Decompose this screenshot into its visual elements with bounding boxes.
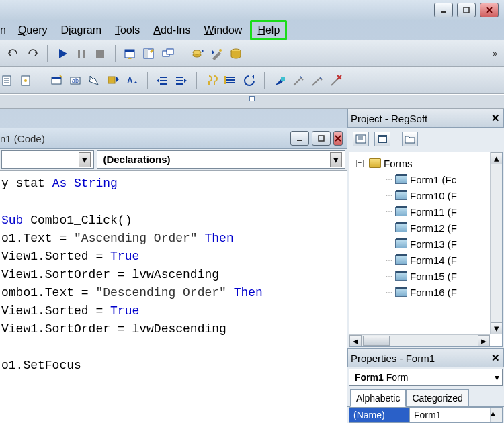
tree-scrollbar-h[interactable]: ◂ ▸ xyxy=(349,334,490,346)
tree-folder-label: Forms xyxy=(384,158,413,169)
scroll-up-icon[interactable]: ▴ xyxy=(491,408,502,418)
collapse-icon[interactable]: − xyxy=(356,160,364,167)
scroll-left-icon[interactable]: ◂ xyxy=(349,335,362,347)
menu-addins[interactable]: Add-Ins xyxy=(148,22,196,38)
menu-query[interactable]: Query xyxy=(13,22,53,38)
tree-item[interactable]: ⋯Form11 (F xyxy=(351,203,501,220)
menu-help[interactable]: Help xyxy=(250,20,287,40)
object-browser-button[interactable] xyxy=(190,46,206,62)
close-button[interactable] xyxy=(480,3,499,17)
increase-indent-button[interactable] xyxy=(155,73,171,89)
code-line[interactable]: View1.Sorted = True xyxy=(1,248,347,266)
code-line[interactable]: o1.SetFocus xyxy=(1,357,347,375)
view-object-button[interactable] xyxy=(374,132,390,146)
toggle-breakpoint-button[interactable] xyxy=(204,73,220,89)
comment-button[interactable] xyxy=(222,73,239,89)
pause-button[interactable] xyxy=(73,46,89,62)
undo-button[interactable] xyxy=(5,46,22,62)
menu-tools[interactable]: Tools xyxy=(110,22,145,38)
run-button[interactable] xyxy=(54,46,71,62)
tab-categorized[interactable]: Categorized xyxy=(406,389,469,407)
tree-item[interactable]: ⋯Form13 (F xyxy=(351,236,501,252)
indent-button[interactable] xyxy=(106,73,122,89)
code-line[interactable]: View1.SortOrder = lvwAscending xyxy=(1,266,347,284)
view-code-button[interactable] xyxy=(353,132,369,146)
tree-item-label: Form10 (F xyxy=(410,190,457,201)
svg-point-14 xyxy=(193,50,201,54)
toolbar-standard: » xyxy=(0,40,504,67)
tab-alphabetic[interactable]: Alphabetic xyxy=(350,389,406,407)
list-constants-button[interactable] xyxy=(19,73,35,89)
decrease-indent-button[interactable] xyxy=(173,73,190,89)
property-value-cell[interactable]: Form1 xyxy=(410,408,490,422)
scroll-down-icon[interactable]: ▾ xyxy=(491,322,503,334)
menu-diagram[interactable]: Diagram xyxy=(55,22,106,38)
code-close-button[interactable] xyxy=(333,131,343,146)
dropdown-icon: ▾ xyxy=(495,372,499,383)
property-name-cell[interactable]: (Name) xyxy=(349,408,410,422)
code-line[interactable]: o1.Text = "Ascending Order" Then xyxy=(1,230,347,248)
tree-item[interactable]: ⋯Form16 (F xyxy=(351,284,501,300)
tree-folder[interactable]: −Forms xyxy=(351,155,501,171)
code-line[interactable]: y stat As String xyxy=(1,175,347,193)
svg-rect-10 xyxy=(144,49,148,58)
svg-text:A: A xyxy=(127,76,133,85)
toolbox-button[interactable] xyxy=(209,46,225,62)
scroll-thumb[interactable] xyxy=(363,336,390,346)
list-properties-button[interactable] xyxy=(0,73,16,89)
menu-partial[interactable]: n xyxy=(0,22,10,38)
code-line[interactable]: Sub Combo1_Click() xyxy=(1,211,347,230)
code-maximize-button[interactable] xyxy=(312,131,331,146)
properties-scrollbar[interactable]: ▴ xyxy=(490,408,502,422)
redo-button[interactable] xyxy=(24,46,40,62)
tree-item[interactable]: ⋯Form1 (Fc xyxy=(351,171,501,187)
complete-word-button[interactable] xyxy=(87,73,103,89)
quick-info-button[interactable] xyxy=(49,73,65,89)
tree-item-label: Form15 (F xyxy=(410,271,457,282)
bookmark-button[interactable] xyxy=(271,73,288,89)
svg-rect-8 xyxy=(125,50,134,52)
properties-object-name: Form1 xyxy=(355,372,384,383)
tree-item[interactable]: ⋯Form15 (F xyxy=(351,268,501,284)
project-tree[interactable]: −Forms⋯Form1 (Fc⋯Form10 (F⋯Form11 (F⋯For… xyxy=(349,152,503,347)
properties-tabstrip: Alphabetic Categorized xyxy=(347,387,504,407)
prev-bookmark-button[interactable] xyxy=(309,73,325,89)
tree-scrollbar-v[interactable]: ▴ ▾ xyxy=(490,152,502,334)
next-bookmark-button[interactable] xyxy=(290,73,306,89)
properties-object-combo[interactable]: Form1 Form ▾ xyxy=(349,369,503,386)
project-panel-close-icon[interactable]: ✕ xyxy=(490,112,501,124)
code-line[interactable] xyxy=(1,338,347,357)
resize-handle[interactable] xyxy=(249,96,255,101)
scroll-right-icon[interactable]: ▸ xyxy=(478,335,490,347)
outdent-button[interactable]: A xyxy=(124,73,140,89)
toggle-folders-button[interactable] xyxy=(402,132,418,146)
minimize-button[interactable] xyxy=(434,3,453,17)
form-layout-button[interactable] xyxy=(160,46,176,62)
code-line[interactable]: ombo1.Text = "Descending Order" Then xyxy=(1,284,347,302)
properties-grid[interactable]: (Name) Form1 ▴ xyxy=(349,407,503,423)
uncomment-button[interactable] xyxy=(241,73,257,89)
properties-panel-close-icon[interactable]: ✕ xyxy=(490,352,501,364)
parameter-info-button[interactable]: ab xyxy=(68,73,84,89)
project-explorer-button[interactable] xyxy=(122,46,138,62)
object-combo[interactable]: ▾ xyxy=(1,150,94,169)
tree-item-label: Form16 (F xyxy=(410,287,457,298)
tree-item[interactable]: ⋯Form10 (F xyxy=(351,187,501,203)
tree-item[interactable]: ⋯Form12 (F xyxy=(351,220,501,236)
clear-bookmarks-button[interactable] xyxy=(328,73,344,89)
data-view-button[interactable] xyxy=(228,46,244,62)
scroll-up-icon[interactable]: ▴ xyxy=(491,152,503,164)
code-line[interactable]: View1.Sorted = True xyxy=(1,302,347,320)
code-line[interactable] xyxy=(1,193,347,211)
code-line[interactable]: View1.SortOrder = lvwDescending xyxy=(1,320,347,338)
properties-button[interactable] xyxy=(141,46,157,62)
stop-button[interactable] xyxy=(92,46,108,62)
toolbar-overflow-icon[interactable]: » xyxy=(493,49,497,58)
maximize-button[interactable] xyxy=(457,3,476,17)
procedure-combo[interactable]: (Declarations) ▾ xyxy=(97,150,345,169)
svg-rect-6 xyxy=(96,50,104,58)
code-editor[interactable]: y stat As String Sub Combo1_Click()o1.Te… xyxy=(0,171,347,423)
menu-window[interactable]: Window xyxy=(198,22,247,38)
tree-item[interactable]: ⋯Form14 (F xyxy=(351,252,501,268)
code-minimize-button[interactable] xyxy=(290,131,309,146)
